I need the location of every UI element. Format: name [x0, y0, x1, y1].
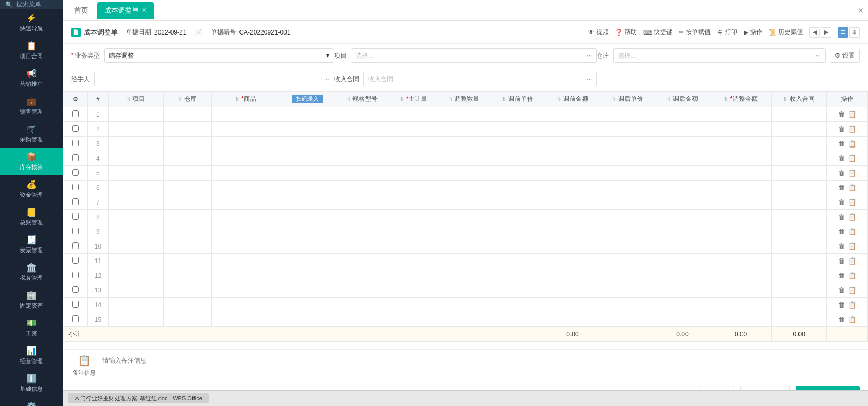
col-header-product[interactable]: ⇅ *商品 — [211, 92, 280, 107]
row-copy-icon[interactable]: 📋 — [848, 140, 856, 148]
row-adjust-amount[interactable] — [710, 137, 772, 151]
row-after-price[interactable] — [600, 298, 655, 312]
row-product[interactable] — [211, 166, 280, 181]
row-after-price[interactable] — [600, 107, 655, 122]
row-before-amount[interactable] — [545, 151, 600, 166]
row-delete-icon[interactable]: 🗑 — [838, 184, 845, 191]
row-scan[interactable] — [280, 298, 335, 312]
row-income-contract[interactable] — [772, 107, 827, 122]
row-income-contract[interactable] — [772, 210, 827, 224]
row-adjust-qty[interactable] — [438, 137, 490, 151]
project-ellipsis[interactable]: ··· — [587, 52, 592, 59]
row-before-price[interactable] — [490, 224, 545, 239]
row-income-contract[interactable] — [772, 312, 827, 327]
row-unit[interactable] — [390, 181, 438, 195]
row-project[interactable] — [108, 181, 163, 195]
row-spec[interactable] — [335, 181, 390, 195]
row-scan[interactable] — [280, 181, 335, 195]
row-copy-icon[interactable]: 📋 — [848, 125, 856, 133]
row-scan[interactable] — [280, 107, 335, 122]
row-before-price[interactable] — [490, 107, 545, 122]
sidebar-item-project-contract[interactable]: 📋 项目合同 — [0, 37, 63, 64]
row-adjust-qty[interactable] — [438, 298, 490, 312]
row-before-amount[interactable] — [545, 210, 600, 224]
col-header-after-price[interactable]: ⇅ 调后单价 — [600, 92, 655, 107]
taskbar-item[interactable]: 木门行业好业财处理方案-慕红红.doc - WPS Office — [68, 393, 209, 403]
row-after-amount[interactable] — [655, 195, 710, 210]
row-adjust-qty[interactable] — [438, 122, 490, 137]
row-checkbox[interactable] — [63, 312, 88, 327]
row-scan[interactable] — [280, 195, 335, 210]
row-before-price[interactable] — [490, 210, 545, 224]
sidebar-item-tax[interactable]: 🏛️ 税务管理 — [0, 258, 63, 286]
row-adjust-amount[interactable] — [710, 122, 772, 137]
row-after-price[interactable] — [600, 181, 655, 195]
row-before-amount[interactable] — [545, 195, 600, 210]
row-adjust-qty[interactable] — [438, 239, 490, 254]
row-income-contract[interactable] — [772, 195, 827, 210]
row-after-price[interactable] — [600, 283, 655, 298]
col-header-adjust-amount[interactable]: ⇅ *调整金额 — [710, 92, 772, 107]
row-delete-icon[interactable]: 🗑 — [838, 242, 845, 250]
row-spec[interactable] — [335, 254, 390, 268]
row-project[interactable] — [108, 283, 163, 298]
row-check-input[interactable] — [72, 315, 79, 322]
row-adjust-amount[interactable] — [710, 254, 772, 268]
row-unit[interactable] — [390, 210, 438, 224]
row-copy-icon[interactable]: 📋 — [848, 242, 856, 250]
row-after-amount[interactable] — [655, 122, 710, 137]
row-unit[interactable] — [390, 122, 438, 137]
row-check-input[interactable] — [72, 213, 79, 220]
row-after-price[interactable] — [600, 195, 655, 210]
nav-next-button[interactable]: ▶ — [821, 27, 831, 38]
notes-icon-area[interactable]: 📋 备注信息 — [71, 354, 97, 377]
row-income-contract[interactable] — [772, 166, 827, 181]
row-after-price[interactable] — [600, 166, 655, 181]
row-scan[interactable] — [280, 166, 335, 181]
row-project[interactable] — [108, 166, 163, 181]
sidebar-item-basic-info[interactable]: ℹ️ 基础信息 — [0, 369, 63, 397]
row-adjust-qty[interactable] — [438, 210, 490, 224]
row-product[interactable] — [211, 181, 280, 195]
row-check-input[interactable] — [72, 272, 79, 278]
row-income-contract[interactable] — [772, 137, 827, 151]
row-checkbox[interactable] — [63, 224, 88, 239]
row-scan[interactable] — [280, 224, 335, 239]
row-copy-icon[interactable]: 📋 — [848, 213, 856, 221]
row-after-amount[interactable] — [655, 239, 710, 254]
settings-button[interactable]: ⚙ 设置 — [830, 49, 860, 63]
row-income-contract[interactable] — [772, 298, 827, 312]
print-action[interactable]: 🖨打印 — [717, 28, 737, 37]
row-warehouse[interactable] — [163, 181, 211, 195]
row-project[interactable] — [108, 224, 163, 239]
col-header-warehouse[interactable]: ⇅ 仓库 — [163, 92, 211, 107]
row-spec[interactable] — [335, 268, 390, 283]
history-action[interactable]: 📜历史赋值 — [769, 28, 803, 37]
row-delete-icon[interactable]: 🗑 — [838, 154, 845, 162]
row-check-input[interactable] — [72, 242, 79, 249]
row-scan[interactable] — [280, 312, 335, 327]
col-header-before-price[interactable]: ⇅ 调前单价 — [490, 92, 545, 107]
row-adjust-amount[interactable] — [710, 166, 772, 181]
row-before-amount[interactable] — [545, 298, 600, 312]
income-contract-input[interactable]: 收入合同 ··· — [363, 72, 597, 86]
row-after-price[interactable] — [600, 268, 655, 283]
row-income-contract[interactable] — [772, 254, 827, 268]
sidebar-item-sales[interactable]: 💼 销售管理 — [0, 92, 63, 120]
row-after-price[interactable] — [600, 151, 655, 166]
row-income-contract[interactable] — [772, 151, 827, 166]
row-warehouse[interactable] — [163, 137, 211, 151]
row-before-price[interactable] — [490, 268, 545, 283]
row-checkbox[interactable] — [63, 122, 88, 137]
row-check-input[interactable] — [72, 110, 79, 117]
row-income-contract[interactable] — [772, 268, 827, 283]
col-header-after-amount[interactable]: ⇅ 调后金额 — [655, 92, 710, 107]
row-product[interactable] — [211, 210, 280, 224]
sidebar-item-fixed-asset[interactable]: 🏢 固定资产 — [0, 286, 63, 314]
notes-input[interactable] — [102, 354, 860, 373]
row-income-contract[interactable] — [772, 181, 827, 195]
row-after-amount[interactable] — [655, 283, 710, 298]
row-checkbox[interactable] — [63, 239, 88, 254]
row-before-amount[interactable] — [545, 166, 600, 181]
row-after-amount[interactable] — [655, 107, 710, 122]
